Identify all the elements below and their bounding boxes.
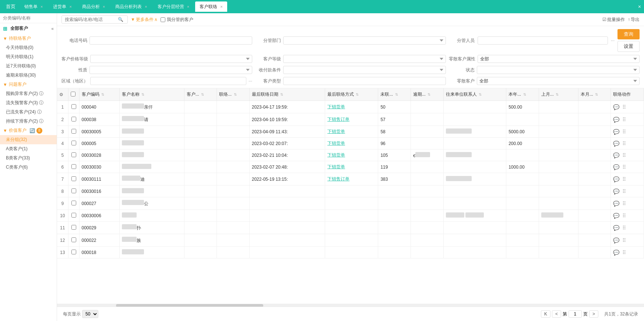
cell-checkbox[interactable] — [68, 234, 79, 247]
row-checkbox[interactable] — [71, 104, 76, 109]
cell-checkbox[interactable] — [68, 126, 79, 138]
col-code-header[interactable]: 客户编码 ⇅ — [79, 88, 119, 101]
tab-customer-tier[interactable]: 客户分层经营 × — [153, 1, 194, 12]
chat-icon[interactable]: 💬 — [613, 237, 619, 243]
row-checkbox[interactable] — [71, 250, 76, 254]
not-contacted-sort-icon[interactable]: ⇅ — [395, 92, 398, 96]
row-checkbox[interactable] — [71, 188, 76, 193]
more-action-icon[interactable]: ⠿ — [622, 176, 626, 182]
sidebar-search-input[interactable] — [3, 15, 57, 21]
sidebar-item-overdue[interactable]: 逾期未联络(30) — [0, 71, 57, 80]
row-checkbox[interactable] — [71, 213, 76, 218]
sidebar-item-abnormal[interactable]: 囤购异常客户(2) ⓘ — [0, 89, 57, 98]
my-customers-checkbox[interactable]: 我分管的客户 — [161, 17, 193, 23]
chat-icon[interactable]: 💬 — [613, 225, 619, 231]
search-icon[interactable]: 🔍 — [118, 17, 123, 22]
close-tab-sales[interactable]: × — [41, 4, 43, 9]
more-action-icon[interactable]: ⠿ — [622, 117, 626, 123]
chat-icon[interactable]: 💬 — [613, 164, 619, 170]
status-select[interactable] — [477, 66, 640, 74]
chat-icon[interactable]: 💬 — [613, 104, 619, 110]
group-pending-contact[interactable]: ▼ 待联络客户 — [0, 34, 57, 43]
region-dotdot[interactable]: ··· — [249, 78, 252, 84]
first-page-btn[interactable]: K — [541, 310, 550, 318]
chat-icon[interactable]: 💬 — [613, 176, 619, 182]
thisyear-sort-icon[interactable]: ⇅ — [523, 92, 526, 96]
close-tab-product-analysis[interactable]: × — [103, 4, 105, 9]
col-not-contacted-header[interactable]: 未联... ⇅ — [378, 88, 411, 101]
thismonth-sort-icon[interactable]: ⇅ — [595, 92, 598, 96]
cell-last-type[interactable] — [325, 186, 378, 197]
tab-product-analysis[interactable]: 商品分析 × — [78, 1, 109, 12]
contact-type-link[interactable]: 下销货单 — [327, 152, 345, 158]
payment-select[interactable] — [283, 66, 446, 74]
more-action-icon[interactable]: ⠿ — [622, 225, 626, 231]
customer-type-input[interactable] — [283, 77, 446, 85]
cell-last-type[interactable] — [325, 222, 378, 234]
row-checkbox[interactable] — [71, 117, 76, 121]
chat-icon[interactable]: 💬 — [613, 201, 619, 207]
phone-input[interactable] — [89, 36, 252, 45]
col-this-year-header[interactable]: 本年... ⇅ — [506, 88, 539, 101]
cell-checkbox[interactable] — [68, 113, 79, 126]
col-last-date-header[interactable]: 最后联络日期 ⇅ — [249, 88, 325, 101]
row-checkbox[interactable] — [71, 201, 76, 205]
cell-checkbox[interactable] — [68, 222, 79, 234]
person-input[interactable] — [478, 36, 608, 45]
more-filters-btn[interactable]: ▼ 更多条件 ∧ — [131, 17, 158, 23]
sidebar-item-classA[interactable]: A类客户(1) — [0, 144, 57, 154]
home-tab[interactable]: 首页 — [3, 2, 18, 11]
contact-type-link[interactable]: 下销货单 — [327, 164, 345, 169]
more-action-icon[interactable]: ⠿ — [622, 237, 626, 243]
sidebar-item-lost[interactable]: 已流失客户(24) ⓘ — [0, 107, 57, 117]
chat-icon[interactable]: 💬 — [613, 117, 619, 123]
chat-icon[interactable]: 💬 — [613, 213, 619, 219]
page-number-input[interactable] — [569, 310, 582, 318]
cell-checkbox[interactable] — [68, 149, 79, 161]
col-checkbox-header[interactable] — [68, 88, 79, 101]
close-tab-purchase[interactable]: × — [69, 4, 71, 9]
price-tier-select[interactable] — [90, 55, 252, 63]
row-checkbox[interactable] — [71, 152, 76, 157]
close-tab-customer-tier[interactable]: × — [187, 4, 189, 9]
cell-last-type[interactable] — [325, 210, 378, 222]
select-all-checkbox[interactable] — [71, 92, 75, 96]
reset-btn[interactable]: 设置 — [617, 41, 640, 52]
person-sort-icon[interactable]: ⇅ — [479, 92, 482, 96]
cell-checkbox[interactable] — [68, 247, 79, 258]
contact-type-link[interactable]: 下销货单 — [327, 141, 345, 146]
row-checkbox[interactable] — [71, 129, 76, 134]
overdue-sort-icon[interactable]: ⇅ — [427, 92, 430, 96]
chat-icon[interactable]: 💬 — [613, 141, 619, 147]
row-checkbox[interactable] — [71, 237, 76, 242]
more-action-icon[interactable]: ⠿ — [622, 201, 626, 207]
sidebar-item-loss-warning[interactable]: 流失预警客户(3) ⓘ — [0, 98, 57, 107]
row-checkbox[interactable] — [71, 141, 76, 145]
cell-last-type[interactable]: 下销售订单 — [325, 113, 378, 126]
code-sort-icon[interactable]: ⇅ — [101, 92, 104, 96]
contact-type-link[interactable]: 下销售订单 — [327, 176, 349, 181]
col-contact-person-header[interactable]: 往来单位联系人 ⇅ — [443, 88, 506, 101]
cell-last-type[interactable]: 下销货单 — [325, 138, 378, 149]
col-type-header[interactable]: 客户... ⇅ — [184, 88, 217, 101]
scatter-attr-select[interactable]: 全部 — [478, 55, 640, 63]
next-page-btn[interactable]: > — [589, 310, 598, 318]
col-name-header[interactable]: 客户名称 ⇅ — [119, 88, 184, 101]
contact-type-link[interactable]: 下销货单 — [327, 129, 345, 134]
cell-last-type[interactable] — [325, 197, 378, 210]
horizontal-scrollbar[interactable] — [57, 304, 644, 307]
my-customers-check-input[interactable] — [161, 17, 165, 22]
sidebar-item-tomorrow[interactable]: 明天待联络(1) — [0, 52, 57, 61]
more-action-icon[interactable]: ⠿ — [622, 164, 626, 170]
cell-checkbox[interactable] — [68, 173, 79, 186]
nature-select[interactable] — [89, 66, 252, 74]
more-action-icon[interactable]: ⠿ — [622, 250, 626, 255]
lastmonth-sort-icon[interactable]: ⇅ — [556, 92, 559, 96]
close-all-btn[interactable]: × — [638, 4, 641, 10]
more-action-icon[interactable]: ⠿ — [622, 104, 626, 110]
collapse-icon[interactable]: « — [51, 26, 54, 31]
per-page-select[interactable]: 50 — [82, 310, 98, 318]
sidebar-item-classC[interactable]: C类客户(6) — [0, 163, 57, 172]
cell-checkbox[interactable] — [68, 186, 79, 197]
tab-purchase[interactable]: 进货单 × — [49, 1, 76, 12]
